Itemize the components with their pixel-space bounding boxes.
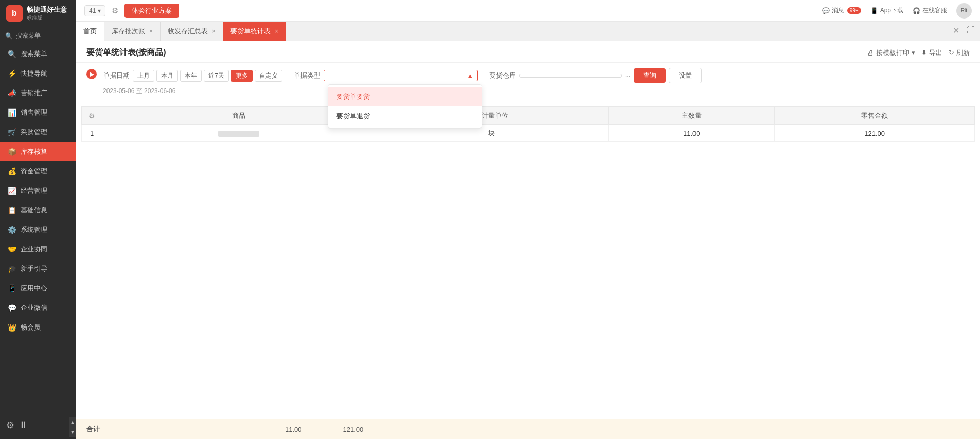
page-actions: 🖨 按模板打印 ▾ ⬇ 导出 ↻ 刷新 [867,48,970,58]
topbar-gear-icon[interactable]: ⚙ [112,6,118,15]
sidebar-item-5[interactable]: 📦库存核算 [0,142,76,161]
row-amount: 121.00 [775,125,975,142]
nav-label-9: 系统管理 [21,225,47,234]
online-service-item[interactable]: 🎧 在线客服 [913,6,947,15]
dropdown-item-1[interactable]: 要货单退货 [328,106,482,126]
user-avatar[interactable]: Rit [956,3,972,19]
print-icon: 🖨 [867,49,874,57]
chevron-down-icon: ▾ [98,7,101,14]
page-title: 要货单统计表(按商品) [86,47,166,58]
sidebar-item-8[interactable]: 📋基础信息 [0,200,76,220]
nav-label-12: 应用中心 [21,284,47,293]
col-amount: 零售金额 [775,107,975,125]
nav-icon-1: ⚡ [7,69,16,78]
nav-label-0: 搜索菜单 [21,49,47,59]
refresh-action[interactable]: ↻ 刷新 [949,48,970,58]
tab-order-stats[interactable]: 要货单统计表 × [223,22,286,41]
type-filter-select[interactable]: ▲ [324,70,478,81]
data-table-container: ⚙ 商品 主计量单位 主数量 零售金额 1 块 [76,106,980,142]
table-col-settings-icon[interactable]: ⚙ [88,112,95,120]
tab-expand-icon[interactable]: ⛶ [967,26,975,35]
warehouse-filter-select[interactable] [519,74,622,78]
nav-icon-7: 📈 [7,187,16,195]
footer-quantity: 11.00 [285,426,302,433]
page-header: 要货单统计表(按商品) 🖨 按模板打印 ▾ ⬇ 导出 ↻ 刷新 [76,41,980,63]
nav-icon-11: 🎓 [7,265,16,273]
nav-label-3: 销售管理 [21,108,47,117]
nav-icon-0: 🔍 [7,50,16,58]
sidebar-scroll-down[interactable]: ▼ [69,427,76,437]
refresh-icon: ↻ [949,49,954,57]
sidebar-item-1[interactable]: ⚡快捷导航 [0,64,76,83]
col-quantity: 主数量 [609,107,775,125]
nav-label-2: 营销推广 [21,88,47,98]
sidebar-item-13[interactable]: 💬企业微信 [0,298,76,318]
print-action[interactable]: 🖨 按模板打印 ▾ [867,48,915,58]
settings-icon[interactable]: ⚙ [6,419,14,431]
footer-label: 合计 [86,425,100,434]
nav-label-4: 采购管理 [21,127,47,137]
setting-btn[interactable]: 设置 [669,68,702,83]
nav-label-1: 快捷导航 [21,69,47,78]
nav-label-13: 企业微信 [21,303,47,313]
sidebar-item-9[interactable]: ⚙️系统管理 [0,220,76,240]
warehouse-dots-icon[interactable]: ··· [625,72,631,80]
table-row: 1 块 11.00 121.00 [82,125,975,142]
query-btn[interactable]: 查询 [634,68,666,83]
sidebar-scroll-up[interactable]: ▲ [69,417,76,427]
export-icon: ⬇ [921,49,927,57]
type-filter-label: 单据类型 [294,71,320,80]
tab-close-receipt-summary[interactable]: × [212,28,216,35]
content-area: 要货单统计表(按商品) 🖨 按模板打印 ▾ ⬇ 导出 ↻ 刷新 ▶ [76,41,980,439]
this-month-btn[interactable]: 本月 [156,70,178,82]
footer-amount: 121.00 [343,426,364,433]
sidebar-item-14[interactable]: 👑畅会员 [0,318,76,337]
date-filter-label: 单据日期 [103,71,130,80]
sidebar-search[interactable]: 🔍 搜索菜单 [0,27,76,44]
sidebar-nav: 🔍搜索菜单⚡快捷导航📣营销推广📊销售管理🛒采购管理📦库存核算💰资金管理📈经营管理… [0,44,76,415]
search-icon: 🔍 [5,32,13,40]
tab-close-order-stats[interactable]: × [275,28,278,35]
tab-inventory-batch[interactable]: 库存批次账 × [104,22,161,41]
nav-icon-5: 📦 [7,148,16,156]
filter-bar: ▶ 单据日期 上月 本月 本年 近7天 更多 自定义 [76,63,980,101]
sidebar-item-7[interactable]: 📈经营管理 [0,181,76,200]
topbar-right: 💬 消息 99+ 📱 App下载 🎧 在线客服 Rit [822,3,972,19]
nav-icon-13: 💬 [7,304,16,312]
sidebar-item-6[interactable]: 💰资金管理 [0,161,76,181]
collapse-icon[interactable]: ⏸ [19,419,28,431]
message-item[interactable]: 💬 消息 99+ [822,6,861,15]
tab-home[interactable]: 首页 [76,22,104,41]
sidebar-item-3[interactable]: 📊销售管理 [0,103,76,122]
custom-btn[interactable]: 自定义 [255,70,282,82]
tab-close-all-icon[interactable]: ✕ [953,26,959,35]
last-7days-btn[interactable]: 近7天 [204,70,229,82]
sidebar-item-0[interactable]: 🔍搜索菜单 [0,44,76,64]
sidebar-item-12[interactable]: 📱应用中心 [0,279,76,298]
nav-label-14: 畅会员 [21,323,41,332]
tab-receipt-summary[interactable]: 收发存汇总表 × [161,22,223,41]
export-action[interactable]: ⬇ 导出 [921,48,942,58]
tab-close-inventory-batch[interactable]: × [149,28,153,35]
date-filter-group: 单据日期 上月 本月 本年 近7天 更多 自定义 单据类型 [103,68,702,83]
headset-icon: 🎧 [913,7,920,14]
this-year-btn[interactable]: 本年 [180,70,202,82]
industry-btn[interactable]: 体验行业方案 [124,4,179,18]
store-selector[interactable]: 41 ▾ [84,5,105,16]
nav-icon-3: 📊 [7,108,16,117]
sidebar-item-11[interactable]: 🎓新手引导 [0,259,76,279]
nav-icon-9: ⚙️ [7,226,16,234]
nav-label-6: 资金管理 [21,167,47,176]
nav-label-8: 基础信息 [21,206,47,215]
filter-expand-btn[interactable]: ▶ [86,69,97,79]
more-btn[interactable]: 更多 [231,70,253,82]
logo-icon: b [6,5,23,22]
data-table: ⚙ 商品 主计量单位 主数量 零售金额 1 块 [81,106,975,142]
last-month-btn[interactable]: 上月 [133,70,154,82]
sidebar-item-4[interactable]: 🛒采购管理 [0,122,76,142]
dropdown-item-0[interactable]: 要货单要货 [328,87,482,106]
app-download-item[interactable]: 📱 App下载 [870,6,903,15]
sidebar-item-2[interactable]: 📣营销推广 [0,83,76,103]
sidebar-item-10[interactable]: 🤝企业协同 [0,240,76,259]
type-select-arrow-up-icon: ▲ [467,72,473,79]
